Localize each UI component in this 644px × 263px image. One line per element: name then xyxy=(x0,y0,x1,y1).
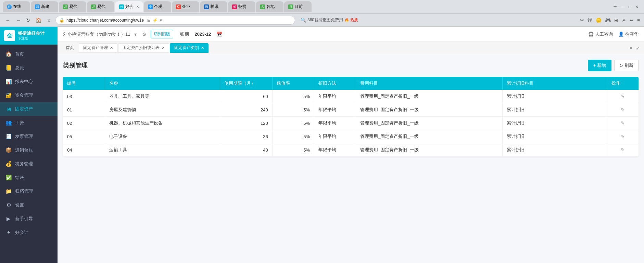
checkout-icon: ✅ xyxy=(5,175,12,181)
grid-icon[interactable]: ⊞ xyxy=(614,17,618,23)
toolbar-icons: ✂ 译 🪙 🎮 ⊞ ☀ ↩ ≡ xyxy=(580,17,640,23)
sidebar-item-payroll[interactable]: 👥 工资 xyxy=(0,116,58,130)
edit-button[interactable]: ✎ xyxy=(621,147,625,153)
sidebar-item-guide[interactable]: ▶ 新手引导 xyxy=(0,212,58,226)
cell-name: 运输工具 xyxy=(105,143,220,157)
hot-tag: 🔥 热搜 xyxy=(344,17,358,23)
sidebar-item-label: 发票管理 xyxy=(15,133,33,140)
sidebar-item-stock[interactable]: 📦 进销台账 xyxy=(0,143,58,157)
search-label: 360智能抠图免费用 xyxy=(307,17,343,23)
sidebar-item-label: 固定资产 xyxy=(15,106,33,112)
header-actions: + 新增 ↻ 刷新 xyxy=(588,60,639,71)
tab-close-haohui[interactable]: ✕ xyxy=(136,5,139,9)
tab-close-fixed-assets-mgmt[interactable]: ✕ xyxy=(110,46,113,50)
tab-label: 易代 xyxy=(69,4,77,10)
refresh-button[interactable]: ↻ 刷新 xyxy=(614,60,639,71)
forward-button[interactable]: → xyxy=(14,17,22,24)
logo-text-block: 畅捷通好会计 专业版 xyxy=(18,31,45,41)
browser-tab-zaixin[interactable]: 在 在线 xyxy=(3,1,30,12)
edit-button[interactable]: ✎ xyxy=(621,134,625,139)
sidebar-item-fixed-assets[interactable]: 🖥 固定资产 xyxy=(0,102,58,116)
browser-tab-muqian[interactable]: 目 目前 xyxy=(284,1,312,12)
reload-button[interactable]: ↻ xyxy=(25,17,31,24)
browser-tab-yidai2[interactable]: 易 易代 xyxy=(87,1,114,12)
calendar-icon[interactable]: 📅 xyxy=(216,32,222,37)
cell-method: 年限平均 xyxy=(314,103,356,117)
url-bar[interactable]: 🔒 https://cloud.chanjet.com/accounting/u… xyxy=(55,16,295,25)
home-icon: 🏠 xyxy=(5,51,12,57)
menu-icon[interactable]: ≡ xyxy=(637,17,640,23)
cell-code: 04 xyxy=(63,143,105,157)
cell-name: 电子设备 xyxy=(105,130,220,143)
maximize-button[interactable]: □ xyxy=(629,4,631,9)
tab-depreciation-table[interactable]: 固定资产折旧统计表 ✕ xyxy=(118,43,169,53)
cut-icon[interactable]: ✂ xyxy=(580,17,584,23)
sidebar-item-funds[interactable]: 🔐 资金管理 xyxy=(0,88,58,102)
cell-rate: 5% xyxy=(272,103,314,117)
tab-close-asset-category[interactable]: ✕ xyxy=(201,46,204,50)
table-header: 编号 名称 使用期限（月） 残值率 折旧方法 费用科目 累计折旧科目 操作 xyxy=(63,77,639,90)
consultant-label[interactable]: 🎧 人工咨询 xyxy=(588,31,613,37)
undo-icon[interactable]: ↩ xyxy=(630,17,634,23)
table-row: 03 器具、工具、家具等 60 5% 年限平均 管理费用_固定资产折旧_一级 累… xyxy=(63,90,639,103)
add-category-button[interactable]: + 新增 xyxy=(588,60,611,71)
url-text: https://cloud.chanjet.com/accounting/uw1… xyxy=(66,18,144,23)
home-button[interactable]: 🏠 xyxy=(34,17,43,24)
cell-period: 240 xyxy=(220,103,272,117)
cell-period: 48 xyxy=(220,143,272,157)
th-method: 折旧方法 xyxy=(314,77,356,90)
back-button[interactable]: ← xyxy=(4,17,12,24)
th-rate: 残值率 xyxy=(272,77,314,90)
edit-button[interactable]: ✎ xyxy=(621,120,625,126)
sidebar-item-tax[interactable]: 💰 税务管理 xyxy=(0,157,58,171)
tab-home[interactable]: 首页 xyxy=(62,43,78,53)
browser-tab-geshui[interactable]: 个 个税 xyxy=(144,1,171,12)
browser-tab-haohui[interactable]: 好 好会 ✕ xyxy=(115,1,143,12)
minimize-button[interactable]: — xyxy=(620,4,624,9)
sun-icon[interactable]: ☀ xyxy=(622,17,626,23)
dropdown-arrow-icon[interactable]: ▾ xyxy=(134,32,137,37)
header-settings-icon[interactable]: ⚙ xyxy=(142,32,147,37)
browser-tab-tengxun[interactable]: 腾 腾讯 xyxy=(200,1,227,12)
tab-fixed-assets-mgmt[interactable]: 固定资产管理 ✕ xyxy=(79,43,117,53)
sidebar-item-home[interactable]: 🏠 首页 xyxy=(0,47,58,61)
main-content: 类别管理 + 新增 ↻ 刷新 编号 名称 使用期限（月） 残值率 xyxy=(58,54,644,263)
sidebar-item-reports[interactable]: 📊 报表中心 xyxy=(0,75,58,88)
browser-tab-changti[interactable]: 畅 畅提 xyxy=(228,1,255,12)
edit-button[interactable]: ✎ xyxy=(621,94,625,99)
page-header: 类别管理 + 新增 ↻ 刷新 xyxy=(63,60,639,71)
tab-label: 在线 xyxy=(13,4,21,10)
th-period: 使用期限（月） xyxy=(220,77,272,90)
new-tab-button[interactable]: + xyxy=(611,3,619,10)
browser-tab-gedi[interactable]: 各 各地 xyxy=(256,1,283,12)
browser-tab-qiye[interactable]: C 企业 xyxy=(172,1,199,12)
sidebar-item-archive[interactable]: 📁 归档管理 xyxy=(0,184,58,198)
category-table: 编号 名称 使用期限（月） 残值率 折旧方法 费用科目 累计折旧科目 操作 03… xyxy=(63,77,639,157)
sidebar-item-label: 新手引导 xyxy=(15,216,33,222)
user-icon: 👤 xyxy=(618,32,624,37)
translate-icon[interactable]: 译 xyxy=(588,17,592,23)
tab-close-depreciation-table[interactable]: ✕ xyxy=(162,46,165,50)
close-window-button[interactable]: ✕ xyxy=(635,4,639,9)
coin-icon[interactable]: 🪙 xyxy=(596,17,602,23)
sidebar-item-more[interactable]: ✦ 好会计 xyxy=(0,226,58,239)
browser-tab-yidai1[interactable]: 易 易代 xyxy=(59,1,86,12)
period-label: 账期 xyxy=(180,31,189,37)
edit-button[interactable]: ✎ xyxy=(621,107,625,112)
cell-code: 02 xyxy=(63,117,105,130)
bookmark-button[interactable]: ☆ xyxy=(46,17,53,24)
sidebar-item-invoice[interactable]: 🧾 发票管理 xyxy=(0,130,58,143)
game-icon[interactable]: 🎮 xyxy=(605,17,611,23)
tab-asset-category[interactable]: 固定资产类别 ✕ xyxy=(170,43,209,53)
window-controls-tabs: ✕ ⤢ xyxy=(629,45,640,51)
ledger-icon: 📒 xyxy=(5,65,12,71)
switch-old-version-button[interactable]: 切到旧版 xyxy=(151,30,173,38)
close-panel-button[interactable]: ✕ xyxy=(629,45,633,51)
expand-panel-button[interactable]: ⤢ xyxy=(636,45,640,51)
browser-tab-xinjian[interactable]: 新 新建 xyxy=(31,1,58,12)
dropdown-icon[interactable]: ▾ xyxy=(160,18,162,23)
sidebar-item-checkout[interactable]: ✅ 结账 xyxy=(0,171,58,184)
sidebar-item-settings[interactable]: ⚙ 设置 xyxy=(0,198,58,212)
sidebar-item-ledger[interactable]: 📒 总账 xyxy=(0,61,58,75)
sidebar-item-label: 归档管理 xyxy=(15,188,33,194)
